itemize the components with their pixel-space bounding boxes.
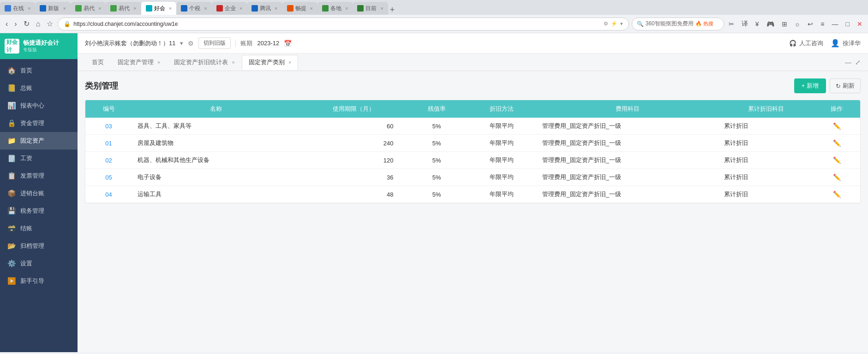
browser-tab-1[interactable]: 在线 × (0, 2, 35, 15)
calendar-icon[interactable]: 📅 (284, 40, 292, 47)
back-button[interactable]: ‹ (4, 18, 10, 30)
browser-tab-close-4[interactable]: × (133, 6, 136, 11)
browser-tab-close-6[interactable]: × (204, 6, 207, 11)
maximize-pane-button[interactable]: ⤢ (855, 59, 861, 66)
sidebar-item-salary[interactable]: 🗒️ 工资 (0, 150, 78, 167)
cell-code-1: 01 (85, 135, 132, 152)
tab-fixed-mgmt[interactable]: 固定资产管理 × (111, 55, 167, 70)
browser-tab-10[interactable]: 各地 × (317, 2, 353, 15)
tab-fixed-cat[interactable]: 固定资产类别 × (242, 55, 298, 70)
tab-fixed-cat-close[interactable]: × (288, 60, 291, 65)
minimize-pane-button[interactable]: — (845, 59, 851, 66)
search-icon: 🔍 (637, 21, 644, 27)
browser-tab-4[interactable]: 易代 × (106, 2, 141, 15)
sidebar-item-label-fund: 资金管理 (20, 119, 44, 127)
table-row: 05 电子设备 36 5% 年限平均 管理费用_固定资产折旧_一级 累计折旧 ✏… (85, 169, 860, 186)
code-link-2[interactable]: 02 (105, 157, 112, 164)
undo-button[interactable]: ↩ (806, 18, 815, 30)
browser-tab-close-11[interactable]: × (380, 6, 383, 11)
switch-version-button[interactable]: 切到旧版 (198, 37, 231, 49)
browser-tab-5[interactable]: 好会 × (141, 2, 176, 15)
browser-tab-close-2[interactable]: × (63, 6, 66, 11)
browser-tab-6[interactable]: 个税 × (176, 2, 211, 15)
header-settings-icon[interactable]: ⚙ (188, 40, 194, 47)
edit-button-1[interactable]: ✏️ (833, 139, 841, 147)
browser-tab-3[interactable]: 易代 × (71, 2, 106, 15)
tab-fixed-stat-close[interactable]: × (232, 60, 234, 65)
code-link-0[interactable]: 03 (105, 123, 112, 130)
header-left: 刘小艳演示账套（勿删勿动！）11 ▾ ⚙ 切到旧版 账期 2023-12 📅 (85, 37, 292, 49)
sidebar-item-settings[interactable]: ⚙️ 设置 (0, 255, 78, 272)
browser-tab-close-8[interactable]: × (275, 6, 277, 11)
grid-button[interactable]: ⊞ (780, 18, 789, 30)
user-info[interactable]: 👤 徐泽华 (831, 39, 861, 48)
sidebar-item-fund[interactable]: 🔒 资金管理 (0, 114, 78, 132)
cell-period-4: 48 (300, 186, 407, 203)
browser-tab-label-11: 目前 (365, 5, 377, 12)
sidebar-item-archive[interactable]: 📂 归档管理 (0, 237, 78, 255)
game-button[interactable]: 🎮 (765, 18, 776, 30)
search-bar[interactable]: 🔍 360智能抠图免费用 🔥 热搜 (632, 18, 724, 30)
cell-name-3: 电子设备 (132, 169, 300, 186)
browser-tab-close-7[interactable]: × (239, 6, 242, 11)
forward-button[interactable]: › (12, 18, 18, 30)
sidebar-item-label-salary: 工资 (20, 154, 32, 162)
headset-icon: 🎧 (789, 40, 796, 47)
sidebar-item-purchase[interactable]: 📦 进销台账 (0, 185, 78, 202)
refresh-button[interactable]: ↻ 刷新 (830, 78, 861, 93)
cell-period-3: 36 (300, 169, 407, 186)
col-code: 编号 (85, 100, 132, 118)
bookmark-button[interactable]: ☆ (45, 18, 55, 30)
browser-tab-close-9[interactable]: × (310, 6, 313, 11)
browser-tab-close-10[interactable]: × (345, 6, 348, 11)
sidebar-nav: 🏠 首页 📒 总账 📊 报表中心 🔒 资金管理 📁 固定资产 🗒️ 工资 (0, 59, 78, 352)
sidebar-item-report[interactable]: 📊 报表中心 (0, 97, 78, 114)
sidebar-item-fixed-asset[interactable]: 📁 固定资产 (0, 132, 78, 150)
account-dropdown-icon[interactable]: ▾ (180, 40, 183, 47)
cell-period-0: 60 (300, 118, 407, 135)
new-browser-tab-button[interactable]: + (388, 5, 397, 15)
cell-method-1: 年限平均 (466, 135, 537, 152)
edit-button-3[interactable]: ✏️ (833, 174, 841, 181)
browser-tab-11[interactable]: 目前 × (353, 2, 388, 15)
browser-tab-2[interactable]: 新版 × (35, 2, 70, 15)
code-link-3[interactable]: 05 (105, 174, 112, 181)
sidebar-item-guide[interactable]: ▶️ 新手引导 (0, 272, 78, 290)
browser-tab-close-5[interactable]: × (169, 6, 172, 11)
close-window-button[interactable]: ✕ (855, 18, 864, 30)
browser-tab-9[interactable]: 畅提 × (282, 2, 317, 15)
sidebar-item-tax[interactable]: 💾 税务管理 (0, 202, 78, 220)
cell-method-4: 年限平均 (466, 186, 537, 203)
code-link-1[interactable]: 01 (105, 140, 112, 147)
logo-subtitle: 专版版 (23, 47, 59, 53)
edit-button-4[interactable]: ✏️ (833, 191, 841, 198)
maximize-button[interactable]: □ (844, 18, 851, 30)
menu-button[interactable]: ≡ (819, 18, 826, 30)
url-bar[interactable]: 🔒 https://cloud.chanjet.com/accounting/u… (58, 18, 629, 30)
browser-tab-7[interactable]: 企业 × (212, 2, 247, 15)
browser-tab-close-1[interactable]: × (28, 6, 30, 11)
translate-button[interactable]: 译 (740, 18, 750, 30)
edit-button-2[interactable]: ✏️ (833, 156, 841, 164)
tab-home[interactable]: 首页 (85, 55, 111, 70)
cell-code-0: 03 (85, 118, 132, 135)
sun-button[interactable]: ☼ (793, 18, 802, 30)
tab-fixed-stat[interactable]: 固定资产折旧统计表 × (167, 55, 241, 70)
scissors-button[interactable]: ✂ (727, 18, 736, 30)
sidebar-item-invoice[interactable]: 📋 发票管理 (0, 167, 78, 185)
browser-tab-close-3[interactable]: × (98, 6, 101, 11)
sidebar-item-settle[interactable]: 🗃️ 结账 (0, 220, 78, 237)
sidebar-item-ledger[interactable]: 📒 总账 (0, 79, 78, 97)
code-link-4[interactable]: 04 (105, 191, 112, 198)
support-button[interactable]: 🎧 人工咨询 (789, 39, 823, 48)
wallet-button[interactable]: ¥ (754, 18, 761, 30)
reload-button[interactable]: ↻ (22, 18, 31, 30)
edit-button-0[interactable]: ✏️ (833, 122, 841, 130)
minimize-button[interactable]: — (830, 18, 840, 30)
sidebar-item-home[interactable]: 🏠 首页 (0, 62, 78, 79)
browser-tab-label-2: 新版 (48, 5, 59, 12)
new-button[interactable]: + 新增 (794, 78, 826, 93)
home-button[interactable]: ⌂ (34, 18, 42, 30)
browser-tab-8[interactable]: 腾讯 × (247, 2, 282, 15)
tab-fixed-mgmt-close[interactable]: × (157, 60, 160, 65)
